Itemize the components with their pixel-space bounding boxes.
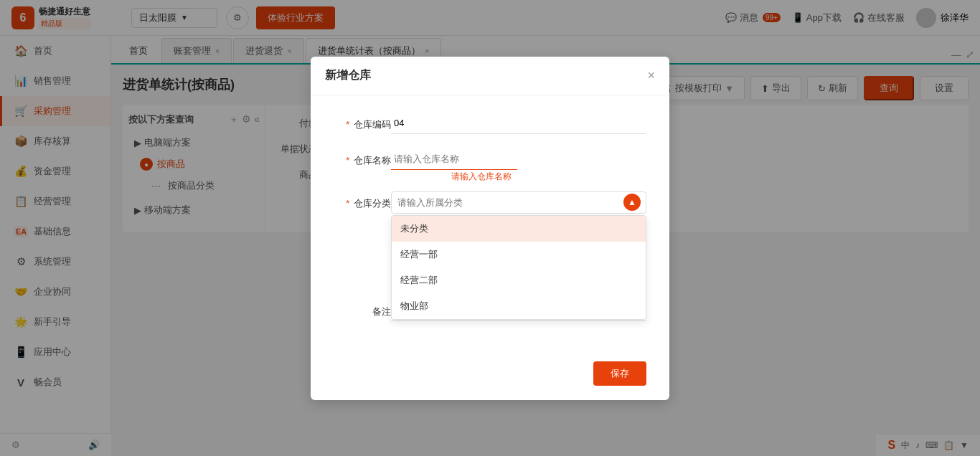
modal-body: * 仓库编码 * 仓库名称 请输入仓库名称 * [311, 95, 669, 353]
modal-title: 新增仓库 [325, 68, 371, 83]
category-dropdown-list: 未分类 经营一部 经营二部 物业部 [391, 215, 646, 320]
form-row-category: * 仓库分类 ▲ 未分类 经营一部 经营二部 物业部 [334, 191, 646, 214]
dropdown-item-dept2[interactable]: 经营二部 [392, 267, 646, 293]
form-row-code: * 仓库编码 [334, 113, 646, 134]
modal-footer: 保存 [311, 353, 669, 400]
modal-overlay[interactable]: 新增仓库 × * 仓库编码 * 仓库名称 请输入仓库名称 [0, 0, 980, 456]
modal-header: 新增仓库 × [311, 57, 669, 95]
chevron-up-icon: ▲ [628, 197, 636, 207]
category-label: * 仓库分类 [334, 191, 391, 210]
memo-label: 备注 [334, 300, 391, 318]
dropdown-item-unclassified[interactable]: 未分类 [392, 216, 646, 242]
code-label: * 仓库编码 [334, 113, 391, 131]
name-error-message: 请输入仓库名称 [451, 171, 512, 183]
save-button[interactable]: 保存 [593, 361, 646, 386]
code-input[interactable] [391, 113, 646, 134]
name-label: * 仓库名称 [334, 148, 391, 167]
name-input[interactable] [391, 148, 517, 170]
category-dropdown-wrap: ▲ 未分类 经营一部 经营二部 物业部 [391, 191, 646, 214]
dropdown-item-dept3[interactable]: 物业部 [392, 293, 646, 319]
category-dropdown: ▲ [391, 191, 646, 214]
new-warehouse-modal: 新增仓库 × * 仓库编码 * 仓库名称 请输入仓库名称 [311, 57, 669, 400]
modal-close-button[interactable]: × [647, 68, 655, 83]
category-input[interactable] [391, 191, 646, 214]
dropdown-item-dept1[interactable]: 经营一部 [392, 242, 646, 267]
dropdown-toggle-button[interactable]: ▲ [623, 194, 641, 211]
name-field-wrap: 请输入仓库名称 [391, 148, 646, 170]
form-row-name: * 仓库名称 请输入仓库名称 [334, 148, 646, 170]
